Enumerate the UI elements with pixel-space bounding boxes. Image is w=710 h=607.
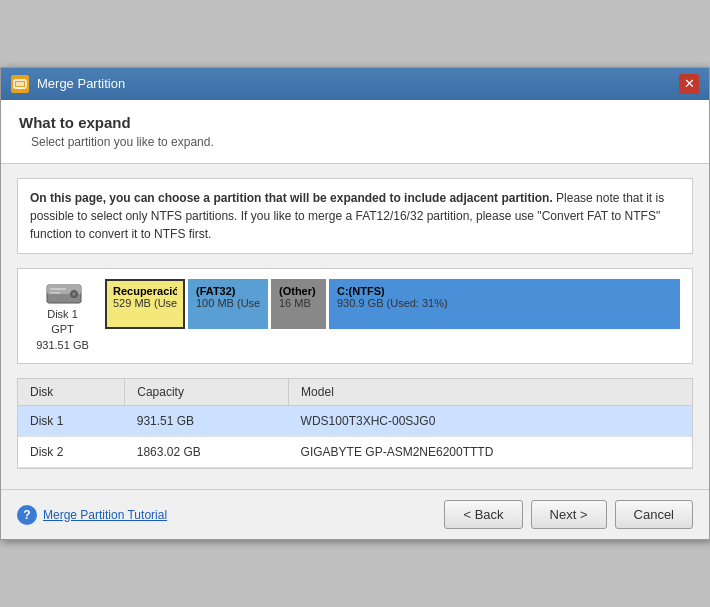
disk1-name: Disk 1 [18,406,125,437]
help-link[interactable]: Merge Partition Tutorial [43,508,167,522]
table-header-row: Disk Capacity Model [18,379,692,406]
info-bold: On this page, you can choose a partition… [30,191,553,205]
disk1-model: WDS100T3XHC-00SJG0 [289,406,692,437]
disk2-model: GIGABYTE GP-ASM2NE6200TTTD [289,437,692,468]
main-content: On this page, you can choose a partition… [1,164,709,483]
partition-other[interactable]: (Other) 16 MB [271,279,326,329]
close-button[interactable]: ✕ [679,74,699,94]
header-subtitle: Select partition you like to expand. [31,135,691,149]
footer-left: ? Merge Partition Tutorial [17,505,167,525]
back-button[interactable]: < Back [444,500,522,529]
app-icon [11,75,29,93]
svg-rect-1 [16,82,24,86]
footer-buttons: < Back Next > Cancel [444,500,693,529]
svg-rect-7 [50,288,66,290]
disk-visual-container: Disk 1 GPT 931.51 GB Recuperació 529 MB … [17,268,693,364]
svg-rect-8 [50,292,60,294]
disk-name-label: Disk 1 GPT 931.51 GB [36,307,89,353]
next-button[interactable]: Next > [531,500,607,529]
partition-size-1: 100 MB (Use [196,297,260,309]
partition-size-0: 529 MB (Use [113,297,177,309]
col-disk: Disk [18,379,125,406]
partition-size-2: 16 MB [279,297,318,309]
disk-icon-area: Disk 1 GPT 931.51 GB [30,279,95,353]
partition-blocks[interactable]: Recuperació 529 MB (Use (FAT32) 100 MB (… [105,279,680,329]
disk-drive-icon [45,279,81,307]
window-title: Merge Partition [37,76,125,91]
disk1-capacity: 931.51 GB [125,406,289,437]
disk2-capacity: 1863.02 GB [125,437,289,468]
table-body: Disk 1 931.51 GB WDS100T3XHC-00SJG0 Disk… [18,406,692,468]
partition-c[interactable]: C:(NTFS) 930.9 GB (Used: 31%) [329,279,680,329]
main-window: Merge Partition ✕ What to expand Select … [0,67,710,540]
partition-label-1: (FAT32) [196,285,260,297]
table-row[interactable]: Disk 2 1863.02 GB GIGABYTE GP-ASM2NE6200… [18,437,692,468]
partition-label-0: Recuperació [113,285,177,297]
partition-fat32[interactable]: (FAT32) 100 MB (Use [188,279,268,329]
disk-table-container: Disk Capacity Model Disk 1 931.51 GB WDS… [17,378,693,469]
partition-label-2: (Other) [279,285,318,297]
col-capacity: Capacity [125,379,289,406]
info-box: On this page, you can choose a partition… [17,178,693,254]
partition-size-3: 930.9 GB (Used: 31%) [337,297,672,309]
title-bar-left: Merge Partition [11,75,125,93]
partition-label-3: C:(NTFS) [337,285,672,297]
col-model: Model [289,379,692,406]
help-icon[interactable]: ? [17,505,37,525]
disk-label-row: Disk 1 GPT 931.51 GB Recuperació 529 MB … [30,279,680,353]
disk-table: Disk Capacity Model Disk 1 931.51 GB WDS… [18,379,692,468]
disk2-name: Disk 2 [18,437,125,468]
partition-recuperacion[interactable]: Recuperació 529 MB (Use [105,279,185,329]
footer: ? Merge Partition Tutorial < Back Next >… [1,489,709,539]
svg-point-6 [72,292,75,295]
title-bar: Merge Partition ✕ [1,68,709,100]
header-section: What to expand Select partition you like… [1,100,709,164]
cancel-button[interactable]: Cancel [615,500,693,529]
table-row[interactable]: Disk 1 931.51 GB WDS100T3XHC-00SJG0 [18,406,692,437]
header-title: What to expand [19,114,691,131]
